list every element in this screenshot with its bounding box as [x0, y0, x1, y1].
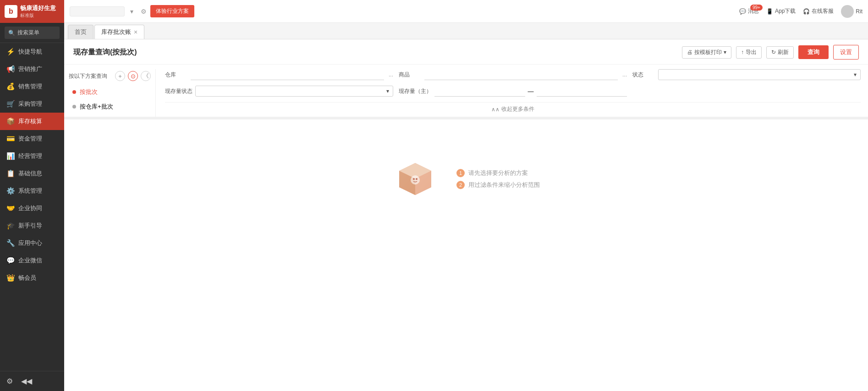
svg-point-6 [416, 178, 418, 180]
warehouse-input[interactable] [191, 70, 384, 80]
wechat-icon: 💬 [6, 256, 15, 265]
svg-point-5 [413, 178, 415, 180]
sidebar-item-system[interactable]: ⚙️ 系统管理 [0, 182, 64, 200]
tab-inventory-batch[interactable]: 库存批次账 × [94, 25, 144, 39]
sidebar-item-marketing[interactable]: 📢 营销推广 [0, 60, 64, 78]
sidebar-item-basics[interactable]: 📋 基础信息 [0, 165, 64, 182]
filter-sidebar-title: 按以下方案查询 [69, 72, 107, 80]
settings-footer-button[interactable]: ⚙ [5, 375, 15, 387]
sidebar-item-app-center[interactable]: 🔧 应用中心 [0, 234, 64, 252]
empty-illustration [392, 156, 438, 202]
empty-tips: 1 请先选择要分析的方案 2 用过滤条件来缩小分析范围 [456, 169, 540, 189]
empty-tip-1: 1 请先选择要分析的方案 [456, 169, 540, 177]
app-title-area: 畅康通好生意 标准版 [20, 4, 56, 19]
topbar-search-area: ▾ ⚙ [70, 6, 148, 16]
finance-icon: 💳 [6, 135, 15, 143]
sidebar-item-newbie[interactable]: 🎓 新手引导 [0, 217, 64, 234]
filter-row-2: 现存量状态 ▾ 现存量（主） — [165, 86, 861, 97]
chevron-down-icon: ▾ [724, 49, 726, 55]
sidebar-item-wechat[interactable]: 💬 企业微信 [0, 252, 64, 269]
message-button[interactable]: 💬 消息 99+ [739, 7, 759, 15]
sidebar-item-enterprise[interactable]: 🤝 企业协同 [0, 200, 64, 217]
chevron-up-icon: ∧∧ [491, 106, 500, 113]
settings-button[interactable]: 设置 [833, 45, 859, 60]
svg-point-4 [411, 175, 420, 185]
sidebar-item-sales[interactable]: 💰 销售管理 [0, 78, 64, 95]
chevron-down-status-icon: ▾ [854, 71, 857, 78]
search-icon: 🔍 [8, 30, 15, 36]
topbar-gear-button[interactable]: ⚙ [138, 6, 148, 16]
experience-industry-button[interactable]: 体验行业方案 [150, 5, 194, 17]
filter-option-dot [72, 90, 76, 94]
print-button[interactable]: 🖨 按模板打印 ▾ [682, 46, 731, 59]
system-icon: ⚙️ [6, 187, 15, 195]
sidebar-item-member[interactable]: 👑 畅会员 [0, 269, 64, 287]
tab-close-button[interactable]: × [134, 29, 137, 35]
app-center-icon: 🔧 [6, 239, 15, 247]
filter-option-by-batch[interactable]: 按批次 [69, 85, 151, 99]
warehouse-more-button[interactable]: ... [389, 71, 393, 78]
sidebar: b 畅康通好生意 标准版 🔍 搜索菜单 ⚡ 快捷导航 📢 营销推广 💰 销售管理… [0, 0, 64, 391]
refresh-button[interactable]: ↻ 刷新 [766, 46, 794, 59]
user-name: Rit [856, 8, 863, 15]
operations-icon: 📊 [6, 152, 15, 160]
inventory-amount-max[interactable] [537, 86, 627, 97]
product-more-button[interactable]: ... [622, 71, 627, 78]
tip-number-2: 2 [456, 181, 465, 189]
collapse-more-conditions-button[interactable]: ∧∧ 收起更多条件 [165, 103, 861, 117]
empty-tip-2: 2 用过滤条件来缩小分析范围 [456, 181, 540, 189]
empty-state-content: 1 请先选择要分析的方案 2 用过滤条件来缩小分析范围 [392, 156, 540, 202]
topbar-right-actions: 💬 消息 99+ 📱 App下载 🎧 在线客服 Rit [739, 5, 863, 18]
add-scheme-button[interactable]: + [115, 71, 125, 81]
topbar-search-input[interactable] [70, 6, 125, 16]
filter-option-by-warehouse-batch[interactable]: 按仓库+批次 [69, 99, 151, 114]
export-button[interactable]: ↑ 导出 [736, 46, 762, 59]
sidebar-item-operations[interactable]: 📊 经营管理 [0, 147, 64, 165]
status-select[interactable]: ▾ [658, 69, 861, 80]
sidebar-item-quick-nav[interactable]: ⚡ 快捷导航 [0, 43, 64, 60]
configure-scheme-button[interactable]: ⊙ [128, 71, 138, 81]
quick-nav-icon: ⚡ [6, 48, 15, 56]
inventory-batch-tab-label: 库存批次账 [101, 28, 131, 36]
sidebar-item-purchase[interactable]: 🛒 采购管理 [0, 95, 64, 113]
sidebar-item-inventory[interactable]: 📦 库存核算 [0, 113, 64, 130]
tab-home[interactable]: 首页 [68, 25, 93, 39]
filter-option-dot-2 [72, 105, 76, 109]
main-area: ▾ ⚙ 体验行业方案 💬 消息 99+ 📱 App下载 🎧 在线客服 Rit [64, 0, 868, 391]
message-badge: 99+ [750, 5, 763, 11]
filter-sidebar: 按以下方案查询 + ⊙ 《 按批次 按仓库+批次 [64, 69, 156, 117]
page-title: 现存量查询(按批次) [73, 48, 137, 57]
member-icon: 👑 [6, 274, 15, 282]
sidebar-header: b 畅康通好生意 标准版 [0, 0, 64, 23]
tabbar: 首页 库存批次账 × [64, 23, 868, 39]
inventory-status-select[interactable]: ▾ [195, 86, 393, 97]
topbar: ▾ ⚙ 体验行业方案 💬 消息 99+ 📱 App下载 🎧 在线客服 Rit [64, 0, 868, 23]
refresh-icon: ↻ [771, 49, 776, 55]
topbar-dropdown-button[interactable]: ▾ [126, 6, 137, 16]
filter-sidebar-actions: + ⊙ 《 [115, 71, 151, 81]
app-download-button[interactable]: 📱 App下载 [766, 7, 796, 15]
headset-icon: 🎧 [803, 8, 810, 15]
product-input[interactable] [424, 70, 618, 80]
user-menu-button[interactable]: Rit [841, 5, 863, 18]
query-button[interactable]: 查询 [798, 45, 829, 59]
tip-number-1: 1 [456, 169, 465, 177]
sidebar-item-finance[interactable]: 💳 资金管理 [0, 130, 64, 147]
app-download-icon: 📱 [766, 8, 773, 15]
marketing-icon: 📢 [6, 65, 15, 73]
status-label: 状态 [632, 71, 655, 79]
online-service-button[interactable]: 🎧 在线客服 [803, 7, 834, 15]
search-menu-button[interactable]: 🔍 搜索菜单 [5, 27, 60, 39]
empty-state: 1 请先选择要分析的方案 2 用过滤条件来缩小分析范围 [64, 119, 868, 239]
message-icon: 💬 [739, 8, 746, 15]
range-separator: — [528, 88, 534, 95]
collapse-filter-button[interactable]: 《 [141, 71, 151, 81]
inventory-amount-min[interactable] [434, 86, 525, 97]
inventory-amount-range: — [434, 86, 627, 97]
export-icon: ↑ [741, 49, 744, 55]
warehouse-label: 仓库 [165, 71, 188, 79]
inventory-amount-field: 现存量（主） — [399, 86, 627, 97]
collapse-sidebar-button[interactable]: ◀◀ [19, 375, 34, 387]
inventory-status-label: 现存量状态 [165, 87, 192, 95]
inventory-icon: 📦 [6, 117, 15, 125]
